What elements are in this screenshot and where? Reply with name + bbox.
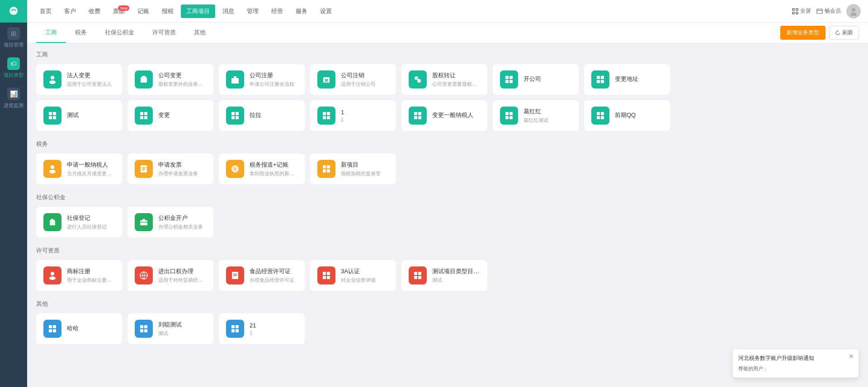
card-lala[interactable]: 拉拉 (219, 100, 305, 131)
tab-other[interactable]: 其他 (185, 23, 215, 43)
svg-rect-45 (414, 116, 417, 119)
card-shipin-xuke[interactable]: 食品经营许可证 办理食品经营许可证 (219, 260, 305, 291)
card-qianqi-qq[interactable]: 前期QQ (584, 100, 670, 131)
svg-rect-94 (236, 325, 239, 328)
nav-service[interactable]: 服务 (290, 5, 313, 18)
card-kai-gongsi[interactable]: 开公司 (493, 64, 579, 95)
nav-operation[interactable]: 经营 (266, 5, 288, 18)
nav-tax[interactable]: 报税 (156, 5, 179, 18)
svg-rect-20 (509, 76, 513, 79)
card-info: 公司变更 股权变更外的业务变更 (158, 71, 206, 88)
progress-icon: 📊 (7, 88, 20, 100)
card-gongsi-zhuce[interactable]: 公司注册 申请公司注册全流程 (219, 64, 305, 95)
svg-point-9 (49, 80, 56, 84)
svg-rect-88 (53, 329, 56, 332)
svg-rect-30 (53, 116, 56, 119)
card-title: 21 (250, 322, 297, 329)
sidebar-item-label: 项目类型 (4, 72, 24, 79)
tab-xuke[interactable]: 许可资质 (143, 23, 185, 43)
card-title: 测试 (67, 111, 115, 119)
svg-rect-47 (505, 112, 509, 115)
sidebar-item-label: 进度监测 (4, 102, 24, 109)
card-3a-renzheng[interactable]: 3A认证 对企业信誉评级 (310, 260, 396, 291)
section-title-shebao: 社保公积金 (36, 193, 859, 201)
avatar[interactable] (846, 4, 861, 19)
card-title: 商标注册 (67, 267, 115, 275)
card-title: 哈哈 (67, 324, 115, 332)
refresh-button[interactable]: 刷新 (829, 26, 859, 40)
card-haha[interactable]: 哈哈 (36, 313, 122, 344)
card-info: 测试项目类型目定义 测试 (432, 267, 480, 284)
nav-manage[interactable]: 管理 (241, 5, 264, 18)
card-shenqing-fapiao[interactable]: 申请发票 办理申请发票业务 (127, 154, 213, 184)
card-gongjijin-kaihu[interactable]: 公积金开户 办理公积金相关业务 (127, 207, 213, 238)
card-shangbiao-zhuce[interactable]: 商标注册 用于企业商标注册服务 (36, 260, 122, 291)
svg-rect-36 (236, 112, 239, 115)
card-guquan-zhuanrang[interactable]: 股权转让 公司变更需要股权转让 (401, 64, 487, 95)
card-biangeng[interactable]: 变更 (127, 100, 213, 131)
card-biangeng-dizhi[interactable]: 变更地址 (584, 64, 670, 95)
section-title-shuiwu: 税务 (36, 140, 859, 148)
card-info: 新项目 报税加税控盘保管 (341, 161, 389, 177)
tab-shuiwu[interactable]: 税务 (66, 23, 96, 43)
card-shebao-dengji[interactable]: 社保登记 进行人员社保登记 (36, 207, 122, 238)
card-icon (135, 213, 153, 231)
svg-point-56 (49, 170, 56, 173)
card-info: 法人变更 适用于公司变更法人 (67, 71, 115, 88)
nav-customer[interactable]: 客户 (59, 5, 81, 18)
nav-home[interactable]: 首页 (34, 5, 57, 18)
top-nav: 首页 客户 收费 票据 new 记账 报税 工商项目 消息 管理 经营 服务 设… (27, 0, 868, 23)
card-liucong-ceshi[interactable]: 刘聪测试 测试 (127, 313, 213, 344)
card-desc: 用于企业商标注册服务 (67, 277, 115, 284)
card-1[interactable]: 1 1 (310, 100, 396, 131)
tab-gongshang[interactable]: 工商 (36, 23, 66, 43)
card-title: 变更一般纳税人 (432, 111, 480, 119)
card-icon (43, 70, 61, 89)
card-info: 3A认证 对企业信誉评级 (341, 267, 389, 284)
sidebar-item-progress[interactable]: 📊 进度监测 (0, 83, 27, 113)
svg-point-55 (51, 165, 54, 169)
fullscreen-button[interactable]: 全屏 (792, 7, 811, 15)
nav-message[interactable]: 消息 (217, 5, 240, 18)
sidebar-logo[interactable] (0, 0, 27, 23)
member-button[interactable]: 畅会员 (816, 7, 841, 15)
card-desc: 1 (341, 117, 389, 122)
card-gehonghong[interactable]: 葛红红 葛红红测试 (493, 100, 579, 131)
svg-rect-27 (49, 112, 52, 115)
card-faren-biangeng[interactable]: 法人变更 适用于公司变更法人 (36, 64, 122, 95)
card-biangeng-納税[interactable]: 变更一般纳税人 (401, 100, 487, 131)
svg-point-6 (852, 8, 855, 12)
card-xin-xiangmu[interactable]: 新项目 报税加税控盘保管 (310, 154, 396, 184)
sidebar-item-project-type[interactable]: 🏷 项目类型 (0, 53, 27, 83)
nav-account[interactable]: 记账 (132, 5, 155, 18)
nav-ticket[interactable]: 票据 new (108, 5, 130, 18)
nav-bizproject[interactable]: 工商项目 (181, 5, 215, 18)
card-info: 股权转让 公司变更需要股权转让 (432, 71, 480, 88)
card-shenqing-納税[interactable]: 申请一般纳税人 当月或次月成变更完成 (36, 154, 122, 184)
svg-point-8 (51, 76, 54, 79)
svg-rect-79 (323, 276, 326, 279)
nav-settings[interactable]: 设置 (315, 5, 337, 18)
card-title: 税务报道+记账 (250, 161, 297, 169)
notification-close-button[interactable]: ✕ (849, 353, 854, 360)
card-21[interactable]: 21 1 (219, 313, 305, 344)
sidebar-item-project-manage[interactable]: ⊞ 项目管理 (0, 23, 27, 53)
new-type-button[interactable]: 新增业务类型 (780, 26, 826, 40)
card-ceshi[interactable]: 测试 (36, 100, 122, 131)
svg-rect-32 (144, 112, 147, 115)
card-icon (43, 160, 61, 178)
card-gongsi-zhuxiao[interactable]: 公司注销 适用于注销公司 (310, 64, 396, 95)
card-jinchukouquan[interactable]: 进出口权办理 适用于对外贸易经营者 (127, 260, 213, 291)
card-title: 3A认证 (341, 267, 389, 275)
card-desc: 适用于注销公司 (341, 81, 389, 88)
svg-rect-90 (144, 325, 147, 328)
card-ceshi-xiangmu[interactable]: 测试项目类型目定义 测试 (401, 260, 487, 291)
card-shuiwu-baodao[interactable]: ¥ 税务报道+记账 拿到营业执照的新公司 (219, 154, 305, 184)
ticket-badge: new (118, 5, 129, 11)
nav-billing[interactable]: 收费 (83, 5, 106, 18)
card-desc: 对企业信誉评级 (341, 277, 389, 284)
card-gongsi-biangeng[interactable]: 公司变更 股权变更外的业务变更 (127, 64, 213, 95)
tab-shebao[interactable]: 社保公积金 (96, 23, 143, 43)
svg-rect-1 (796, 9, 798, 10)
card-icon (409, 266, 427, 284)
